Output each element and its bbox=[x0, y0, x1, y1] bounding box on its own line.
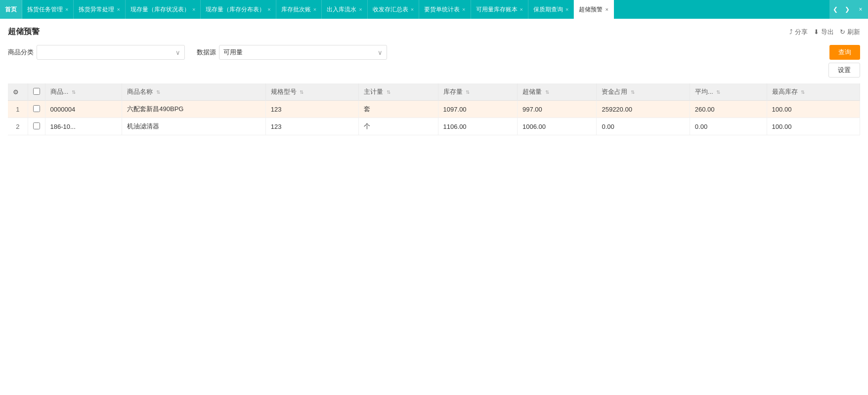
row-stock-1: 1106.00 bbox=[438, 118, 517, 135]
row-spec-1: 123 bbox=[265, 118, 358, 135]
close-tab-6[interactable]: × bbox=[359, 6, 362, 12]
close-tab-1[interactable]: × bbox=[65, 6, 68, 12]
sort-excess-icon: ⇅ bbox=[545, 89, 549, 95]
close-tab-9[interactable]: × bbox=[520, 6, 523, 12]
row-excess-1: 1006.00 bbox=[518, 118, 597, 135]
row-num-1: 2 bbox=[8, 118, 28, 135]
sort-max-stock-icon: ⇅ bbox=[801, 89, 805, 95]
page-header: 超储预警 ⤴ 分享 ⬇ 导出 ↻ 刷新 bbox=[8, 27, 860, 37]
row-spec-0: 123 bbox=[265, 101, 358, 118]
nav-tab-9[interactable]: 可用量库存账本 × bbox=[471, 0, 528, 19]
nav-tab-5[interactable]: 库存批次账 × bbox=[276, 0, 322, 19]
row-max-stock-1: 100.00 bbox=[767, 118, 860, 135]
datasource-filter-group: 数据源 可用量 ∨ bbox=[197, 45, 387, 60]
sort-spec-icon: ⇅ bbox=[300, 89, 304, 95]
sort-avg-icon: ⇅ bbox=[716, 89, 720, 95]
th-unit[interactable]: 主计量 ⇅ bbox=[359, 83, 438, 101]
table-row: 2 186-10... 机油滤清器 123 个 1106.00 1006.00 … bbox=[8, 118, 860, 135]
th-checkbox bbox=[28, 83, 45, 101]
settings-button[interactable]: 设置 bbox=[828, 63, 860, 78]
th-product-name[interactable]: 商品名称 ⇅ bbox=[122, 83, 266, 101]
close-tab-7[interactable]: × bbox=[411, 6, 414, 12]
sort-capital-icon: ⇅ bbox=[631, 89, 635, 95]
row-max-stock-0: 100.00 bbox=[767, 101, 860, 118]
row-capital-0: 259220.00 bbox=[597, 101, 690, 118]
action-buttons: 查询 设置 bbox=[828, 45, 860, 78]
row-unit-1: 个 bbox=[359, 118, 438, 135]
close-tab-8[interactable]: × bbox=[462, 6, 465, 12]
sort-stock-icon: ⇅ bbox=[466, 89, 470, 95]
refresh-button[interactable]: ↻ 刷新 bbox=[840, 28, 860, 37]
data-table: ⚙ 商品... ⇅ 商品名称 ⇅ 规格型号 ⇅ 主计量 bbox=[8, 83, 860, 135]
export-icon: ⬇ bbox=[814, 28, 819, 36]
share-button[interactable]: ⤴ 分享 bbox=[789, 28, 808, 37]
nav-tab-4[interactable]: 现存量（库存分布表） × bbox=[201, 0, 276, 19]
sort-product-name-icon: ⇅ bbox=[156, 89, 160, 95]
close-tab-4[interactable]: × bbox=[267, 6, 270, 12]
row-capital-1: 0.00 bbox=[597, 118, 690, 135]
nav-tab-3[interactable]: 现存量（库存状况表） × bbox=[126, 0, 201, 19]
row-product-name-1: 机油滤清器 bbox=[122, 118, 266, 135]
row-product-code-0: 0000004 bbox=[45, 101, 122, 118]
datasource-label: 数据源 bbox=[197, 48, 216, 57]
th-product-code[interactable]: 商品... ⇅ bbox=[45, 83, 122, 101]
th-excess[interactable]: 超储量 ⇅ bbox=[518, 83, 597, 101]
select-all-checkbox[interactable] bbox=[33, 88, 40, 95]
row-checkbox-0 bbox=[28, 101, 45, 118]
nav-tab-8[interactable]: 要货单统计表 × bbox=[419, 0, 471, 19]
datasource-chevron-icon: ∨ bbox=[378, 49, 383, 56]
gear-icon[interactable]: ⚙ bbox=[13, 88, 19, 96]
nav-tab-6[interactable]: 出入库流水 × bbox=[322, 0, 367, 19]
export-button[interactable]: ⬇ 导出 bbox=[814, 28, 834, 37]
table-body: 1 0000004 六配套新昌490BPG 123 套 1097.00 997.… bbox=[8, 101, 860, 135]
header-actions: ⤴ 分享 ⬇ 导出 ↻ 刷新 bbox=[789, 28, 860, 37]
row-select-0[interactable] bbox=[33, 105, 40, 112]
row-select-1[interactable] bbox=[33, 122, 40, 129]
th-gear: ⚙ bbox=[8, 83, 28, 101]
close-tab-active[interactable]: × bbox=[605, 6, 608, 12]
row-avg-0: 260.00 bbox=[690, 101, 767, 118]
th-capital[interactable]: 资金占用 ⇅ bbox=[597, 83, 690, 101]
category-label: 商品分类 bbox=[8, 48, 34, 57]
row-checkbox-1 bbox=[28, 118, 45, 135]
nav-tab-2[interactable]: 拣货异常处理 × bbox=[74, 0, 125, 19]
close-tab-10[interactable]: × bbox=[565, 6, 568, 12]
close-tab-2[interactable]: × bbox=[117, 6, 120, 12]
nav-bar: 首页 拣货任务管理 × 拣货异常处理 × 现存量（库存状况表） × 现存量（库存… bbox=[0, 0, 868, 19]
row-avg-1: 0.00 bbox=[690, 118, 767, 135]
row-stock-0: 1097.00 bbox=[438, 101, 517, 118]
nav-tab-10[interactable]: 保质期查询 × bbox=[528, 0, 574, 19]
page-content: 超储预警 ⤴ 分享 ⬇ 导出 ↻ 刷新 商品分类 ∨ bbox=[0, 19, 868, 395]
table-header: ⚙ 商品... ⇅ 商品名称 ⇅ 规格型号 ⇅ 主计量 bbox=[8, 83, 860, 101]
nav-close-button[interactable]: × bbox=[853, 0, 868, 19]
share-icon: ⤴ bbox=[789, 28, 793, 36]
category-select[interactable]: ∨ bbox=[37, 45, 185, 60]
nav-arrows: ❮ ❯ × bbox=[829, 0, 868, 19]
page-title: 超储预警 bbox=[8, 27, 40, 37]
row-product-name-0: 六配套新昌490BPG bbox=[122, 101, 266, 118]
th-spec[interactable]: 规格型号 ⇅ bbox=[265, 83, 358, 101]
close-tab-5[interactable]: × bbox=[313, 6, 316, 12]
datasource-value: 可用量 bbox=[223, 48, 243, 57]
refresh-icon: ↻ bbox=[840, 28, 845, 36]
nav-tab-1[interactable]: 拣货任务管理 × bbox=[22, 0, 74, 19]
row-excess-0: 997.00 bbox=[518, 101, 597, 118]
close-tab-3[interactable]: × bbox=[192, 6, 195, 12]
sort-product-code-icon: ⇅ bbox=[72, 89, 76, 95]
nav-prev-button[interactable]: ❮ bbox=[829, 0, 841, 19]
th-stock[interactable]: 库存量 ⇅ bbox=[438, 83, 517, 101]
th-max-stock[interactable]: 最高库存 ⇅ bbox=[767, 83, 860, 101]
row-num-0: 1 bbox=[8, 101, 28, 118]
nav-next-button[interactable]: ❯ bbox=[841, 0, 853, 19]
query-button[interactable]: 查询 bbox=[829, 45, 860, 60]
datasource-select[interactable]: 可用量 ∨ bbox=[219, 45, 387, 60]
row-unit-0: 套 bbox=[359, 101, 438, 118]
nav-tab-active[interactable]: 超储预警 × bbox=[574, 0, 613, 19]
th-avg[interactable]: 平均... ⇅ bbox=[690, 83, 767, 101]
sort-unit-icon: ⇅ bbox=[387, 89, 391, 95]
category-chevron-icon: ∨ bbox=[175, 49, 180, 56]
row-product-code-1: 186-10... bbox=[45, 118, 122, 135]
nav-home[interactable]: 首页 bbox=[0, 0, 22, 19]
nav-tab-7[interactable]: 收发存汇总表 × bbox=[368, 0, 419, 19]
table-row: 1 0000004 六配套新昌490BPG 123 套 1097.00 997.… bbox=[8, 101, 860, 118]
